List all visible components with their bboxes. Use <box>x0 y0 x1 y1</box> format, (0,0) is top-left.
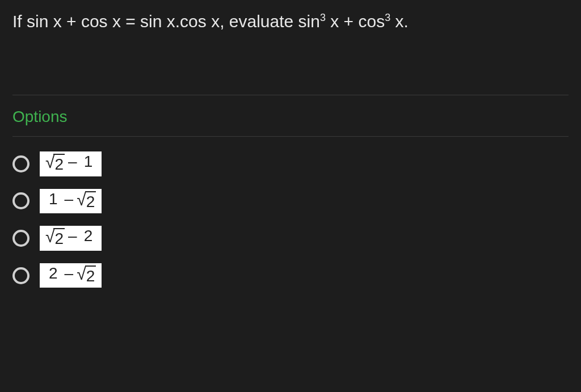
option-row[interactable]: √ 2 – 1 <box>12 151 569 176</box>
radio-button[interactable] <box>12 267 30 284</box>
options-header: Options <box>12 95 569 137</box>
question-text: If sin x + cos x = sin x.cos x, evaluate… <box>12 10 569 95</box>
question-part2: x + cos <box>326 12 385 31</box>
sqrt-argument: 2 <box>53 154 65 174</box>
question-sup2: 3 <box>385 12 390 23</box>
question-part3: x. <box>390 12 409 31</box>
sqrt-icon: √ 2 <box>45 228 65 248</box>
option-row[interactable]: 2 – √ 2 <box>12 263 569 288</box>
option-value: √ 2 – 2 <box>40 226 102 251</box>
option-value: 1 – √ 2 <box>40 189 102 214</box>
sqrt-argument: 2 <box>85 191 96 212</box>
option-value: √ 2 – 1 <box>40 151 102 176</box>
math-expression: 1 – √ 2 <box>45 191 96 212</box>
math-expression: √ 2 – 1 <box>45 154 96 174</box>
sqrt-argument: 2 <box>53 228 65 248</box>
radio-button[interactable] <box>12 155 30 172</box>
plain-number: 1 <box>45 191 61 207</box>
operator: – <box>61 265 77 281</box>
math-expression: 2 – √ 2 <box>45 265 96 286</box>
plain-number: 2 <box>81 228 96 244</box>
plain-number: 1 <box>81 154 96 170</box>
question-part1: If sin x + cos x = sin x.cos x, evaluate… <box>12 12 320 31</box>
option-value: 2 – √ 2 <box>40 263 102 288</box>
sqrt-icon: √ 2 <box>45 154 65 174</box>
question-sup1: 3 <box>320 12 326 23</box>
option-row[interactable]: 1 – √ 2 <box>12 189 569 214</box>
radio-button[interactable] <box>12 230 30 247</box>
option-row[interactable]: √ 2 – 2 <box>12 226 569 251</box>
sqrt-icon: √ 2 <box>77 191 96 212</box>
question-page: If sin x + cos x = sin x.cos x, evaluate… <box>0 0 581 310</box>
operator: – <box>61 191 77 207</box>
math-expression: √ 2 – 2 <box>45 228 96 248</box>
operator: – <box>65 228 81 244</box>
sqrt-argument: 2 <box>85 265 96 286</box>
plain-number: 2 <box>45 265 61 281</box>
radio-button[interactable] <box>12 192 30 209</box>
sqrt-icon: √ 2 <box>77 265 96 286</box>
operator: – <box>65 154 81 170</box>
options-list: √ 2 – 1 1 – √ 2 <box>12 137 569 288</box>
